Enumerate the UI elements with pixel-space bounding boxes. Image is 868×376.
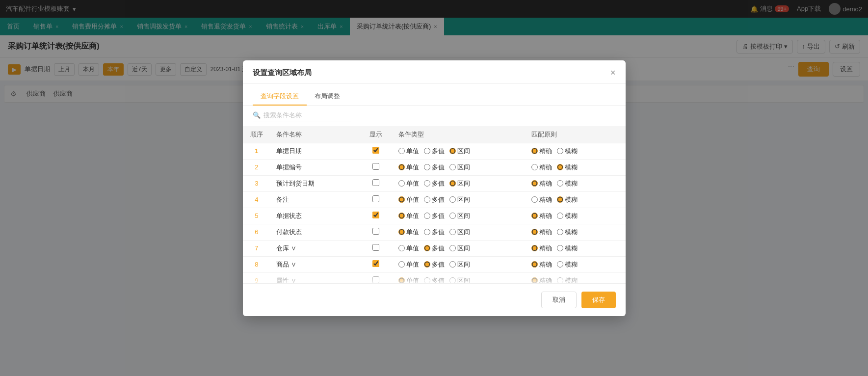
- dialog-tabs: 查询字段设置 布局调整: [243, 84, 626, 106]
- dialog-header: 设置查询区域布局 ×: [243, 60, 626, 84]
- dialog-title: 设置查询区域布局: [253, 68, 312, 78]
- tab-layout-adjust[interactable]: 布局调整: [307, 89, 348, 106]
- modal-overlay: 设置查询区域布局 × 查询字段设置 布局调整 🔍 顺序: [0, 0, 868, 107]
- tab-query-fields[interactable]: 查询字段设置: [253, 89, 307, 106]
- dialog-close-button[interactable]: ×: [610, 68, 616, 77]
- settings-dialog: 设置查询区域布局 × 查询字段设置 布局调整 🔍 顺序: [243, 60, 626, 107]
